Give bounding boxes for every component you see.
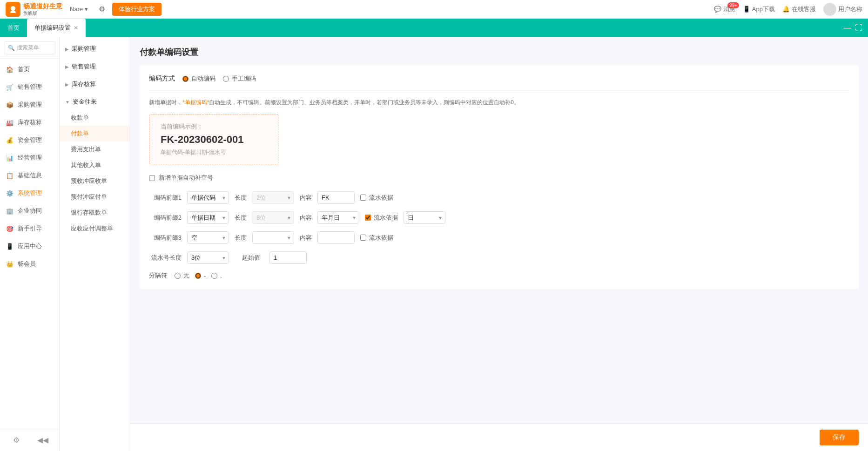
manual-encoding-radio[interactable]: [223, 76, 229, 82]
inventory-icon: 🏭: [6, 118, 14, 127]
start-value-input[interactable]: [269, 251, 307, 264]
prefix3-length-wrapper: [252, 231, 294, 244]
prefix1-stream-checkbox[interactable]: 流水依据: [360, 194, 393, 202]
sub-section-funds: ▼ 资金往来 收款单 付款单 费用支出单 其他收入单 预收冲应收单 预付冲应付单…: [60, 94, 130, 236]
separator-dot[interactable]: -: [195, 272, 206, 279]
sidebar-item-enterprise-label: 企业协同: [18, 207, 42, 215]
prefix3-length-label: 长度: [235, 234, 247, 242]
tab-expand-button[interactable]: ⛶: [855, 24, 862, 32]
prefix1-length-wrapper: 2位: [252, 191, 294, 204]
sub-header-sales[interactable]: ▶ 销售管理: [60, 59, 130, 74]
tab-bar: 首页 单据编码设置 ✕ — ⛶: [0, 19, 868, 37]
prefix1-stream-input[interactable]: [360, 195, 366, 201]
tab-minimize-button[interactable]: —: [844, 24, 851, 32]
prefix3-stream-input[interactable]: [360, 235, 366, 241]
sub-section-inventory: ▶ 库存核算: [60, 76, 130, 92]
tab-encoding-settings[interactable]: 单据编码设置 ✕: [27, 19, 86, 37]
separator-period[interactable]: .: [211, 272, 222, 279]
separator-none-radio[interactable]: [175, 273, 181, 279]
prefix3-select-wrapper: 空: [187, 231, 229, 244]
app-download-button[interactable]: 📱 App下载: [743, 5, 775, 13]
sidebar-item-system[interactable]: ⚙️ 系统管理: [0, 184, 59, 202]
encoding-method-row: 编码方式 自动编码 手工编码: [149, 74, 849, 91]
separator-none[interactable]: 无: [175, 271, 189, 280]
auto-encoding-label: 自动编码: [191, 74, 215, 83]
search-menu-button[interactable]: 🔍 搜索菜单: [4, 41, 55, 54]
sub-header-purchase[interactable]: ▶ 采购管理: [60, 41, 130, 57]
nav-dropdown[interactable]: Nare ▾: [66, 4, 92, 14]
sidebar-item-guide[interactable]: 🎯 新手引导: [0, 220, 59, 237]
sub-item-payment[interactable]: 付款单: [60, 126, 130, 141]
sub-item-receipt[interactable]: 收款单: [60, 110, 130, 126]
search-label: 搜索菜单: [17, 44, 39, 52]
auto-fill-row: 新增单据自动补空号: [149, 174, 849, 182]
serial-length-select[interactable]: 3位: [187, 251, 229, 264]
sub-item-adjustment[interactable]: 应收应付调整单: [60, 221, 130, 236]
collapse-button[interactable]: ◀◀: [31, 433, 56, 447]
sidebar: 🔍 搜索菜单 🏠 首页 🛒 销售管理 📦 采购管理 🏭 库存核算 💰: [0, 37, 60, 451]
separator-period-radio[interactable]: [211, 273, 217, 279]
sidebar-item-appcenter[interactable]: 📱 应用中心: [0, 237, 59, 255]
separator-dot-radio[interactable]: [195, 273, 201, 279]
prefix2-length-select[interactable]: 8位: [252, 211, 294, 224]
online-service-button[interactable]: 🔔 在线客服: [782, 5, 816, 13]
sidebar-item-member[interactable]: 👑 畅会员: [0, 255, 59, 273]
sub-header-inventory[interactable]: ▶ 库存核算: [60, 76, 130, 92]
top-bar: 畅通道好生意 旗舰版 Nare ▾ ⚙ 体验行业方案 💬 消息 99+ 📱 Ap…: [0, 0, 868, 19]
sidebar-item-basicinfo[interactable]: 📋 基础信息: [0, 167, 59, 184]
prefix3-stream-checkbox[interactable]: 流水依据: [360, 234, 393, 242]
top-bar-left: 畅通道好生意 旗舰版 Nare ▾ ⚙ 体验行业方案: [6, 2, 161, 17]
svg-point-0: [11, 6, 15, 11]
online-service-label: 在线客服: [792, 5, 816, 13]
prefix2-content-select[interactable]: 年月日: [317, 211, 359, 224]
tab-close-icon[interactable]: ✕: [74, 25, 78, 31]
prefix1-content-input[interactable]: [317, 191, 355, 204]
sidebar-item-enterprise[interactable]: 🏢 企业协同: [0, 202, 59, 220]
user-info[interactable]: 用户名称: [823, 3, 862, 16]
tab-bar-right: — ⛶: [844, 19, 868, 37]
app-download-label: App下载: [752, 5, 775, 13]
encoding-radio-group: 自动编码 手工编码: [182, 74, 256, 83]
prefix2-select[interactable]: 单据日期: [187, 211, 229, 224]
prefix1-select[interactable]: 单据代码: [187, 191, 229, 204]
manual-encoding-option[interactable]: 手工编码: [223, 74, 256, 83]
gear-button[interactable]: ⚙: [95, 3, 108, 16]
page-footer: 保存: [130, 424, 868, 451]
sub-item-advance-payment[interactable]: 预付冲应付单: [60, 189, 130, 205]
sub-header-funds[interactable]: ▼ 资金往来: [60, 94, 130, 110]
settings-button[interactable]: ⚙: [4, 433, 29, 447]
tab-home[interactable]: 首页: [0, 19, 27, 37]
auto-encoding-option[interactable]: 自动编码: [182, 74, 215, 83]
prefix1-length-select[interactable]: 2位: [252, 191, 294, 204]
prefix2-label: 编码前缀2: [149, 214, 182, 222]
prefix3-select[interactable]: 空: [187, 231, 229, 244]
sidebar-item-operations[interactable]: 📊 经营管理: [0, 149, 59, 167]
prefix2-stream-checkbox[interactable]: 流水依据: [365, 214, 398, 222]
prefix2-stream-unit-select[interactable]: 日: [404, 211, 445, 224]
separator-label: 分隔符: [149, 271, 167, 280]
member-icon: 👑: [6, 260, 14, 268]
sub-item-advance-receipt[interactable]: 预收冲应收单: [60, 173, 130, 189]
sub-item-other-income[interactable]: 其他收入单: [60, 157, 130, 173]
auto-fill-checkbox[interactable]: [149, 175, 155, 181]
message-button[interactable]: 💬 消息 99+: [714, 5, 735, 13]
prefix2-stream-input[interactable]: [365, 215, 371, 221]
prefix3-content-label: 内容: [300, 234, 312, 242]
trial-button[interactable]: 体验行业方案: [112, 3, 161, 16]
appcenter-icon: 📱: [6, 242, 14, 250]
prefix3-content-input[interactable]: [317, 231, 355, 244]
auto-encoding-radio[interactable]: [182, 76, 188, 82]
prefix3-length-select[interactable]: [252, 231, 294, 244]
sidebar-item-operations-label: 经营管理: [18, 154, 42, 162]
prefix1-label: 编码前缀1: [149, 194, 182, 202]
sidebar-item-sales[interactable]: 🛒 销售管理: [0, 78, 59, 96]
sub-item-expense[interactable]: 费用支出单: [60, 141, 130, 157]
sidebar-item-inventory[interactable]: 🏭 库存核算: [0, 114, 59, 131]
prefix2-length-wrapper: 8位: [252, 211, 294, 224]
sidebar-item-purchase[interactable]: 📦 采购管理: [0, 96, 59, 114]
sidebar-item-home[interactable]: 🏠 首页: [0, 61, 59, 78]
save-button[interactable]: 保存: [820, 430, 859, 445]
sub-item-bank[interactable]: 银行存取款单: [60, 205, 130, 221]
sidebar-item-finance[interactable]: 💰 资金管理: [0, 131, 59, 149]
arrow-purchase-icon: ▶: [65, 47, 69, 52]
